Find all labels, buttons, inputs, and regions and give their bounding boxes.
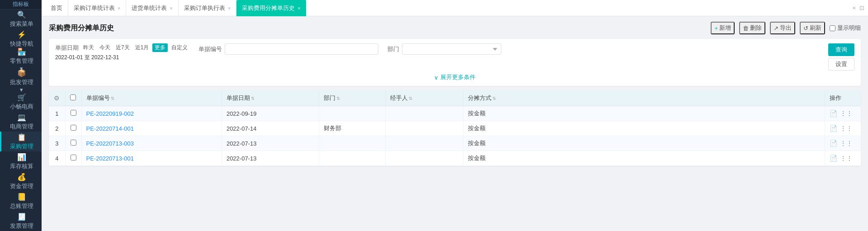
- search-nav-icon: 🔍: [17, 10, 26, 19]
- btn-today[interactable]: 今天: [98, 43, 112, 52]
- td-checkbox: [65, 136, 81, 151]
- export-icon: ↗: [774, 25, 778, 32]
- td-dept: [319, 136, 385, 151]
- row-checkbox[interactable]: [71, 110, 76, 116]
- tab-inbound-stats[interactable]: 进货单统计表 ×: [126, 0, 178, 16]
- row-checkbox[interactable]: [71, 155, 76, 160]
- date-quick-btns: 昨天 今天 近7天 近1月 更多 自定义: [81, 43, 189, 52]
- td-date: 2022-07-14: [222, 121, 319, 136]
- dept-filter-select[interactable]: [402, 43, 501, 55]
- settings-button[interactable]: 设置: [828, 58, 854, 71]
- td-split-method: 按金额: [463, 106, 825, 121]
- tab-purchase-cost-history[interactable]: 采购费用分摊单历史 ×: [236, 0, 306, 16]
- table-row: 2 PE-20220714-001 2022-07-14 财务部 按金额 📄 ⋮…: [49, 121, 861, 136]
- select-all-checkbox[interactable]: [70, 94, 76, 100]
- sidebar-item-retail[interactable]: 🏪 零售管理 ▾: [0, 49, 42, 71]
- sidebar-item-label: 总账管理: [10, 202, 33, 210]
- table-row: 4 PE-20220713-001 2022-07-13 按金额 📄 ⋮⋮: [49, 151, 861, 166]
- refresh-button[interactable]: ↺ 刷新: [800, 22, 825, 34]
- add-button[interactable]: + 新增: [711, 22, 735, 34]
- more-icon[interactable]: ⋮⋮: [840, 110, 853, 117]
- td-rownum: 4: [49, 151, 65, 166]
- code-link[interactable]: PE-20220713-003: [86, 140, 134, 147]
- th-checkbox: [65, 90, 81, 106]
- more-icon[interactable]: ⋮⋮: [840, 140, 853, 147]
- more-icon[interactable]: ⋮⋮: [840, 155, 853, 162]
- view-icon[interactable]: 📄: [830, 140, 837, 147]
- th-dept: 部门 ⇅: [319, 90, 385, 106]
- plus-icon: +: [714, 25, 718, 32]
- th-handler-sort: 经手人 ⇅: [390, 94, 458, 102]
- td-actions: 📄 ⋮⋮: [825, 151, 861, 166]
- code-filter-input[interactable]: [225, 43, 378, 55]
- more-icon[interactable]: ⋮⋮: [840, 125, 853, 132]
- tab-bar-close-icon[interactable]: ×: [852, 5, 856, 11]
- tab-purchase-exec[interactable]: 采购订单执行表 ×: [179, 0, 236, 16]
- sidebar-item-ledger[interactable]: 📒 总账管理: [0, 191, 42, 211]
- sidebar-item-label: 快捷导航: [10, 40, 33, 48]
- sidebar-item-ecommerce-small[interactable]: 🛒 小畅电商: [0, 92, 42, 112]
- sidebar-item-quicknav[interactable]: ⚡ 快捷导航: [0, 29, 42, 49]
- tab-close-purchase-exec[interactable]: ×: [228, 5, 231, 11]
- td-date: 2022-07-13: [222, 151, 319, 166]
- sidebar-item-label: 小畅电商: [10, 103, 33, 111]
- td-actions: 📄 ⋮⋮: [825, 106, 861, 121]
- sidebar-item-invoice[interactable]: 🧾 发票管理: [0, 211, 42, 231]
- sidebar-item-label: 批发管理: [10, 78, 33, 86]
- sidebar-item-inventory[interactable]: 📊 库存核算: [0, 151, 42, 171]
- ledger-icon: 📒: [17, 193, 26, 201]
- settings-col-icon[interactable]: ⚙: [54, 94, 60, 102]
- export-button[interactable]: ↗ 导出: [770, 22, 795, 34]
- tab-purchase-stats[interactable]: 采购订单统计表 ×: [68, 0, 126, 16]
- tab-close-purchase-stats[interactable]: ×: [118, 5, 120, 11]
- sidebar-item-label: 资金管理: [10, 182, 33, 190]
- retail-icon: 🏪: [17, 47, 26, 56]
- filter-date-item: 单据日期 昨天 今天 近7天 近1月 更多 自定义: [55, 43, 189, 52]
- btn-1month[interactable]: 近1月: [133, 43, 151, 52]
- sidebar-item-search[interactable]: 🔍 搜索菜单: [0, 9, 42, 29]
- tab-home[interactable]: 首页: [45, 0, 68, 16]
- view-icon[interactable]: 📄: [830, 110, 837, 117]
- show-cols-toggle[interactable]: 显示明细: [830, 24, 861, 32]
- td-dept: 财务部: [319, 121, 385, 136]
- code-link[interactable]: PE-20220919-002: [86, 110, 134, 117]
- query-button[interactable]: 查询: [828, 43, 854, 56]
- btn-more[interactable]: 更多: [152, 43, 168, 52]
- refresh-label: 刷新: [810, 24, 821, 32]
- td-split-method: 按金额: [463, 151, 825, 166]
- td-date: 2022-09-19: [222, 106, 319, 121]
- sidebar-item-ecommerce[interactable]: 💻 电商管理: [0, 112, 42, 132]
- btn-7days[interactable]: 近7天: [114, 43, 132, 52]
- tab-bar-restore-icon[interactable]: ⊡: [859, 5, 864, 11]
- th-code: 单据编号 ⇅: [81, 90, 222, 106]
- sidebar-item-wholesale[interactable]: 📦 批发管理 ▾: [0, 71, 42, 92]
- sort-icon-code: ⇅: [111, 96, 114, 101]
- td-code: PE-20220713-001: [81, 151, 222, 166]
- btn-custom[interactable]: 自定义: [170, 43, 189, 52]
- code-link[interactable]: PE-20220713-001: [86, 155, 134, 162]
- view-icon[interactable]: 📄: [830, 125, 837, 132]
- toolbar-actions: + 新增 🗑 删除 ↗ 导出 ↺ 刷新 显示明细: [711, 22, 861, 34]
- code-link[interactable]: PE-20220714-001: [86, 125, 134, 132]
- sidebar-item-purchase[interactable]: 📋 采购管理: [0, 132, 42, 151]
- sidebar-logo: 指标板: [0, 0, 42, 9]
- delete-icon: 🗑: [743, 25, 749, 32]
- view-icon[interactable]: 📄: [830, 155, 837, 162]
- tab-close-inbound-stats[interactable]: ×: [170, 5, 172, 11]
- td-rownum: 3: [49, 136, 65, 151]
- btn-yesterday[interactable]: 昨天: [81, 43, 96, 52]
- action-icons: 📄 ⋮⋮: [830, 125, 857, 132]
- sidebar-item-finance[interactable]: 💰 资金管理: [0, 171, 42, 191]
- show-cols-checkbox[interactable]: [830, 25, 835, 31]
- th-code-label: 单据编号: [86, 94, 110, 102]
- th-handler-label: 经手人: [390, 94, 408, 102]
- tab-close-purchase-cost-history[interactable]: ×: [297, 5, 300, 11]
- filter-date-col: 单据日期 昨天 今天 近7天 近1月 更多 自定义 2022-01-01 至 2…: [55, 43, 189, 61]
- row-checkbox[interactable]: [71, 125, 76, 131]
- filter-action-col: 查询 设置: [828, 43, 854, 71]
- expand-more-btn[interactable]: ∨ 展开更多条件: [55, 73, 854, 81]
- row-checkbox[interactable]: [71, 140, 76, 146]
- td-handler: [385, 106, 463, 121]
- delete-button[interactable]: 🗑 删除: [739, 22, 765, 34]
- sort-icon-dept: ⇅: [336, 96, 340, 101]
